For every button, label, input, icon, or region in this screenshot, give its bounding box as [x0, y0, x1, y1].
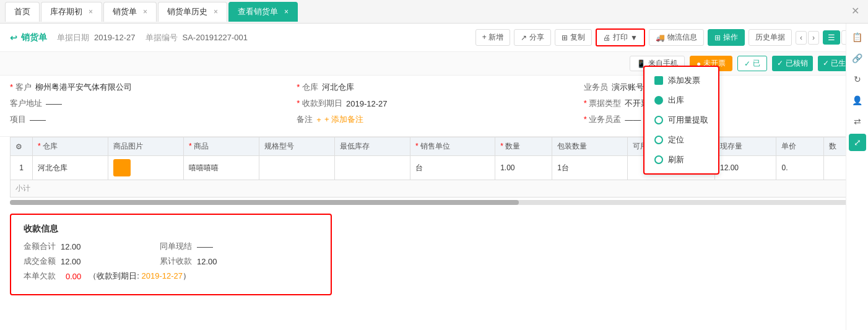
- sidebar-exchange-icon[interactable]: ⇄: [849, 113, 866, 130]
- menu-item-refresh[interactable]: 刷新: [644, 150, 718, 170]
- share-icon: ↗: [521, 33, 527, 42]
- cell-stock: 12.00: [715, 156, 776, 180]
- th-spec: 规格型号: [259, 137, 335, 156]
- form-row-1: 客户 柳州粤港平安气体有限公司 仓库 河北仓库 业务员 演示账号: [10, 82, 858, 93]
- prev-button[interactable]: ‹: [796, 31, 807, 45]
- menu-item-outbound[interactable]: 出库: [644, 90, 718, 110]
- total-amount-item: 金额合计 12.00: [24, 241, 135, 252]
- cell-price: 0.: [776, 156, 824, 180]
- tab-inventory-init[interactable]: 库存期初 ×: [41, 2, 102, 22]
- print-button[interactable]: 🖨 打印 ▼: [596, 28, 645, 46]
- close-button[interactable]: ✕: [843, 0, 868, 22]
- date-value: 2019-12-27: [94, 33, 136, 42]
- staffmeng-value: ——: [625, 115, 641, 124]
- truck-icon: 🚚: [656, 33, 665, 42]
- this-order-due-label: 本单欠款: [24, 271, 56, 282]
- sidebar-user-icon[interactable]: 👤: [849, 92, 866, 109]
- history-button[interactable]: 历史单据: [749, 29, 792, 46]
- tab-sales-history[interactable]: 销货单历史 ×: [158, 2, 227, 22]
- available-extract-label: 可用量提取: [668, 115, 708, 126]
- cancelled-status-button[interactable]: ✓ 已核销: [772, 56, 812, 71]
- sidebar-refresh-icon[interactable]: ↻: [849, 71, 866, 88]
- doc-icon: ↩: [10, 33, 17, 43]
- locate-icon: [654, 136, 663, 144]
- duedate-field: 收款到期日 2019-12-27: [297, 98, 571, 109]
- menu-item-add-invoice[interactable]: 添加发票: [644, 71, 718, 90]
- total-amount-value: 12.00: [61, 242, 81, 251]
- doc-number-section: 单据编号 SA-20191227-001: [145, 32, 248, 43]
- add-note-button[interactable]: + + 添加备注: [316, 114, 363, 125]
- cell-min-stock: [335, 156, 410, 180]
- add-invoice-label: 添加发票: [668, 75, 700, 86]
- tab-bar: 首页 库存期初 × 销货单 × 销货单历史 × 查看销货单 ×: [0, 0, 868, 24]
- tab-view-sales-order[interactable]: 查看销货单 ×: [228, 2, 298, 22]
- number-value: SA-20191227-001: [183, 33, 248, 42]
- subtotal-row: 小计: [11, 180, 858, 198]
- tab-sales-order-close[interactable]: ×: [143, 7, 147, 16]
- logistics-button[interactable]: 🚚 物流信息: [649, 29, 704, 46]
- duedate-label: 收款到期日: [297, 98, 342, 109]
- product-table: ⚙ 仓库 商品图片 商品 规格型号 最低库存 销售单位 数量 包装数量 可用量（…: [10, 137, 858, 198]
- operation-dropdown: 添加发票 出库 可用量提取 定位 刷新: [643, 66, 719, 175]
- scrollbar-track: [10, 200, 858, 205]
- tab-sales-order[interactable]: 销货单 ×: [103, 2, 157, 22]
- th-image: 商品图片: [108, 137, 184, 156]
- th-pack-qty: 包装数量: [552, 137, 628, 156]
- copy-icon: ⊞: [562, 33, 568, 42]
- copy-button[interactable]: ⊞ 复制: [555, 29, 592, 46]
- toolbar-row: 📱 来自手机 ● 未开票 ✓ 已 ✓ 已核销 ✓ 已生效: [0, 52, 868, 76]
- share-button[interactable]: ↗ 分享: [514, 29, 551, 46]
- home-label: 首页: [14, 6, 30, 17]
- add-invoice-icon: [654, 76, 663, 85]
- sidebar-clipboard-icon[interactable]: 📋: [849, 28, 866, 46]
- cell-warehouse: 河北仓库: [33, 156, 108, 180]
- add-button[interactable]: + 新增: [475, 29, 510, 46]
- address-label: 客户地址: [10, 98, 42, 109]
- staff-value: 演示账号: [612, 82, 644, 93]
- warehouse-value: 河北仓库: [322, 82, 354, 93]
- tab-inventory-init-close[interactable]: ×: [89, 7, 93, 16]
- row-number: 1: [11, 156, 33, 180]
- project-value: ——: [30, 115, 46, 124]
- next-button[interactable]: ›: [808, 31, 819, 45]
- horizontal-scrollbar[interactable]: [10, 200, 858, 205]
- subtotal-label: 小计: [11, 180, 858, 198]
- tickettype-label: 票据类型: [584, 98, 622, 109]
- operation-button[interactable]: ⊞ 操作: [708, 29, 745, 46]
- check-icon: ✓: [744, 59, 750, 68]
- form-row-2: 客户地址 —— 收款到期日 2019-12-27 票据类型 不开票: [10, 98, 858, 109]
- project-field: 项目 ——: [10, 114, 284, 125]
- form-section: 客户 柳州粤港平安气体有限公司 仓库 河北仓库 业务员 演示账号 客户地址 ——: [0, 76, 868, 137]
- cell-spec: [259, 156, 335, 180]
- th-min-stock: 最低库存: [335, 137, 410, 156]
- sidebar-expand-icon[interactable]: ⤢: [849, 134, 866, 151]
- staffmeng-field: 业务员孟 ——: [584, 114, 858, 125]
- warehouse-label: 仓库: [297, 82, 318, 93]
- deal-amount-label: 成交金额: [24, 256, 56, 267]
- table-header-row: ⚙ 仓库 商品图片 商品 规格型号 最低库存 销售单位 数量 包装数量 可用量（…: [11, 137, 858, 156]
- payment-section: 收款信息 金额合计 12.00 同单现结 —— 成交金额 12.00: [0, 207, 868, 302]
- tab-home[interactable]: 首页: [5, 2, 40, 22]
- customer-field: 客户 柳州粤港平安气体有限公司: [10, 82, 284, 93]
- tab-view-sales-order-label: 查看销货单: [238, 6, 278, 17]
- tab-sales-history-close[interactable]: ×: [214, 7, 218, 16]
- th-product: 商品: [184, 137, 259, 156]
- number-label: 单据编号: [145, 32, 178, 43]
- locate-label: 定位: [668, 134, 684, 145]
- sidebar-link-icon[interactable]: 🔗: [849, 50, 866, 67]
- tab-view-sales-order-close[interactable]: ×: [284, 7, 289, 16]
- confirm-button[interactable]: ✓ 已: [737, 56, 767, 71]
- menu-item-locate[interactable]: 定位: [644, 130, 718, 150]
- tab-sales-history-label: 销货单历史: [167, 6, 207, 17]
- project-label: 项目: [10, 114, 26, 125]
- deal-amount-value: 12.00: [61, 257, 81, 266]
- print-dropdown-arrow: ▼: [630, 33, 638, 42]
- deal-amount-item: 成交金额 12.00: [24, 256, 135, 267]
- this-order-due-value: 0.00: [66, 272, 81, 281]
- list-view-button[interactable]: ☰: [823, 30, 840, 45]
- staffmeng-label: 业务员孟: [584, 114, 622, 125]
- th-price: 单价: [776, 137, 824, 156]
- doc-date-section: 单据日期 2019-12-27: [57, 32, 136, 43]
- menu-item-available-extract[interactable]: 可用量提取: [644, 110, 718, 130]
- cell-product: 嘻嘻嘻嘻: [184, 156, 259, 180]
